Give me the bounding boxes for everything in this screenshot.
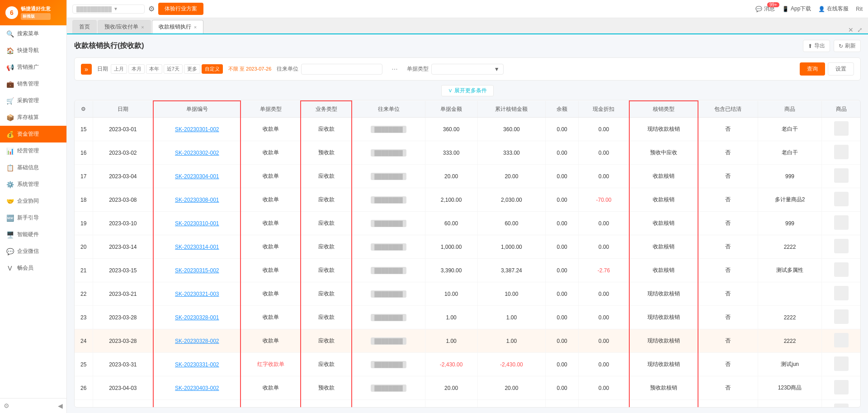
bill-type-filter-label: 单据类型: [407, 65, 429, 73]
sidebar-item-finance[interactable]: 💰 资金管理: [0, 126, 66, 142]
date-7days-btn[interactable]: 近7天: [164, 64, 183, 74]
date-this-year-btn[interactable]: 本年: [146, 64, 162, 74]
tab-reconcile[interactable]: 收款核销执行 ×: [152, 20, 203, 33]
cell-date: 2023-03-15: [93, 259, 153, 282]
online-service-button[interactable]: 👤 在线客服: [818, 5, 849, 13]
filter-actions: 查询 设置: [800, 62, 854, 76]
date-more-btn[interactable]: 更多: [184, 64, 200, 74]
th-include-settled[interactable]: 包含已结清: [698, 101, 758, 118]
cell-bill-no[interactable]: SK-20230301-002: [153, 118, 241, 141]
th-date[interactable]: 日期: [93, 101, 153, 118]
cell-date: 2023-03-31: [93, 353, 153, 376]
sidebar-item-hardware[interactable]: 🖥️ 智能硬件: [0, 226, 66, 243]
th-cancel-type[interactable]: 核销类型: [629, 101, 698, 118]
cell-balance: 0.00: [546, 118, 579, 141]
th-bill-no[interactable]: 单据编号: [153, 101, 241, 118]
table-row[interactable]: 18 2023-03-08 SK-20230308-001 收款单 应收款 ██…: [75, 188, 860, 212]
cell-bill-no[interactable]: SK-20230310-001: [153, 212, 241, 235]
date-this-month-btn[interactable]: 本月: [128, 64, 145, 74]
export-button[interactable]: ⬆ 导出: [803, 40, 830, 52]
table-row[interactable]: 24 2023-03-28 SK-20230328-002 收款单 应收款 ██…: [75, 329, 860, 353]
partner-filter-input[interactable]: [301, 64, 382, 75]
table-row[interactable]: 25 2023-03-31 SK-20230331-002 红字收款单 应收款 …: [75, 353, 860, 376]
sidebar-item-member[interactable]: V 畅会员: [0, 260, 66, 276]
tab-advance[interactable]: 预收/应收付单 ×: [98, 20, 151, 33]
tab-home[interactable]: 首页: [72, 20, 97, 33]
cell-bill-no[interactable]: SK-20230408-001: [153, 400, 241, 408]
cell-bill-no[interactable]: SK-20230321-003: [153, 282, 241, 306]
table-row[interactable]: 27 2023-04-08 SK-20230408-001 收款单 应收款 ██…: [75, 400, 860, 408]
refresh-button[interactable]: ↻ 刷新: [834, 40, 861, 52]
table-row[interactable]: 23 2023-03-28 SK-20230328-001 收款单 应收款 ██…: [75, 306, 860, 329]
hardware-icon: 🖥️: [6, 231, 14, 238]
gear-icon[interactable]: ⚙: [148, 5, 155, 13]
th-biz-type[interactable]: 业务类型: [301, 101, 352, 118]
cell-cancel-type: 现结收款核销: [629, 353, 698, 376]
sidebar-item-marketing[interactable]: 📢 营销推广: [0, 59, 66, 76]
th-discount[interactable]: 现金折扣: [579, 101, 629, 118]
topbar-dropdown[interactable]: ██████████ ▼: [72, 5, 145, 14]
bill-type-select[interactable]: ▼: [431, 64, 504, 75]
cell-bill-no[interactable]: SK-20230328-001: [153, 306, 241, 329]
collapse-icon[interactable]: ◀: [58, 402, 63, 409]
sidebar-item-guide[interactable]: 🆕 新手引导: [0, 209, 66, 226]
app-download-button[interactable]: 📱 App下载: [782, 5, 811, 13]
sidebar-item-purchase[interactable]: 🛒 采购管理: [0, 92, 66, 109]
cell-bill-no[interactable]: SK-20230331-002: [153, 353, 241, 376]
cell-cancel-type: 预收款核销: [629, 376, 698, 400]
tab-advance-close[interactable]: ×: [141, 24, 144, 30]
cell-bill-type: 收款单: [241, 141, 301, 165]
cell-bill-type: 收款单: [241, 235, 301, 259]
cell-bill-no[interactable]: SK-20230308-001: [153, 188, 241, 212]
data-table-container[interactable]: ⚙ 日期 单据编号 单据类型 业务类型 往来单位 单据金额 累计核销金额 余额 …: [74, 100, 861, 408]
table-row[interactable]: 17 2023-03-04 SK-20230304-001 收款单 应收款 ██…: [75, 165, 860, 188]
tab-close-all-icon[interactable]: ✕: [848, 26, 854, 33]
table-row[interactable]: 16 2023-03-02 SK-20230302-002 收款单 预收款 ██…: [75, 141, 860, 165]
cell-bill-type: 收款单: [241, 282, 301, 306]
sidebar-item-basic[interactable]: 📋 基础信息: [0, 159, 66, 176]
cell-bill-no[interactable]: SK-20230304-001: [153, 165, 241, 188]
cell-goods2: [822, 259, 860, 282]
sidebar-item-wechat[interactable]: 💬 企业微信: [0, 243, 66, 260]
th-balance[interactable]: 余额: [546, 101, 579, 118]
sidebar-item-inventory[interactable]: 📦 库存核算: [0, 109, 66, 126]
table-row[interactable]: 26 2023-04-03 SK-20230403-002 收款单 预收款 ██…: [75, 376, 860, 400]
table-row[interactable]: 22 2023-03-21 SK-20230321-003 收款单 应收款 ██…: [75, 282, 860, 306]
table-row[interactable]: 19 2023-03-10 SK-20230310-001 收款单 应收款 ██…: [75, 212, 860, 235]
date-last-month-btn[interactable]: 上月: [111, 64, 127, 74]
table-row[interactable]: 20 2023-03-14 SK-20230314-001 收款单 应收款 ██…: [75, 235, 860, 259]
solution-button[interactable]: 体验行业方案: [158, 3, 203, 15]
cell-accum: 360.00: [477, 118, 546, 141]
cell-discount: 0.00: [579, 353, 629, 376]
th-goods[interactable]: 商品: [758, 101, 822, 118]
th-bill-type[interactable]: 单据类型: [241, 101, 301, 118]
messages-button[interactable]: 💬 消息 99+: [755, 5, 775, 13]
member-icon: V: [6, 265, 14, 272]
tab-restore-icon[interactable]: ⤢: [857, 26, 863, 33]
cell-bill-no[interactable]: SK-20230314-001: [153, 235, 241, 259]
th-amount[interactable]: 单据金额: [425, 101, 477, 118]
cell-bill-no[interactable]: SK-20230328-002: [153, 329, 241, 353]
table-row[interactable]: 15 2023-03-01 SK-20230301-002 收款单 应收款 ██…: [75, 118, 860, 141]
sidebar-item-operation[interactable]: 📊 经营管理: [0, 142, 66, 159]
cell-bill-no[interactable]: SK-20230403-002: [153, 376, 241, 400]
sidebar-item-collab[interactable]: 🤝 企业协同: [0, 193, 66, 209]
table-row[interactable]: 21 2023-03-15 SK-20230315-002 收款单 应收款 ██…: [75, 259, 860, 282]
settings-bottom-icon[interactable]: ⚙: [4, 402, 9, 409]
sidebar-item-system[interactable]: ⚙️ 系统管理: [0, 176, 66, 193]
cell-bill-no[interactable]: SK-20230302-002: [153, 141, 241, 165]
cell-bill-no[interactable]: SK-20230315-002: [153, 259, 241, 282]
filter-settings-button[interactable]: 设置: [828, 62, 854, 76]
expand-more-button[interactable]: ∨ 展开更多条件: [441, 85, 493, 96]
th-goods2[interactable]: 商品: [822, 101, 860, 118]
tab-reconcile-close[interactable]: ×: [194, 24, 197, 30]
th-partner[interactable]: 往来单位: [352, 101, 425, 118]
date-custom-btn[interactable]: 自定义: [202, 64, 223, 74]
th-settings[interactable]: ⚙: [75, 101, 93, 118]
sidebar-item-sales[interactable]: 💼 销售管理: [0, 76, 66, 92]
filter-expand-button[interactable]: »: [81, 64, 92, 75]
query-button[interactable]: 查询: [800, 62, 825, 76]
th-accum[interactable]: 累计核销金额: [477, 101, 546, 118]
sidebar-item-quick[interactable]: 🏠 快捷导航: [0, 42, 66, 59]
sidebar-item-search[interactable]: 🔍 搜索菜单: [0, 25, 66, 42]
